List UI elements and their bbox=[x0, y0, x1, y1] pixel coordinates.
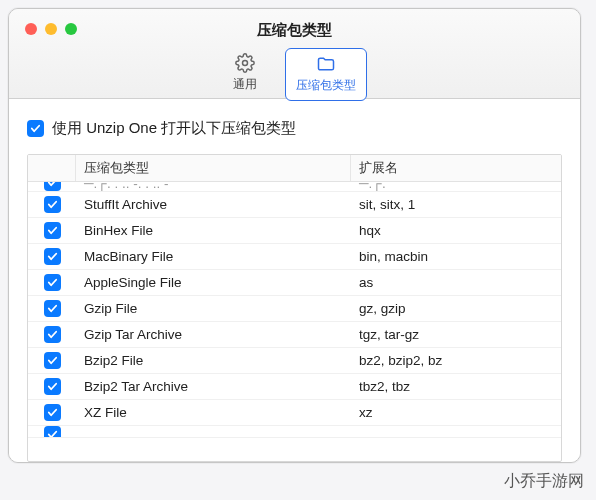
cell-type: StuffIt Archive bbox=[76, 197, 351, 212]
cell-ext: as bbox=[351, 275, 561, 290]
minimize-button[interactable] bbox=[45, 23, 57, 35]
content-pane: 使用 Unzip One 打开以下压缩包类型 压缩包类型 扩展名 ─.┌. . … bbox=[9, 99, 580, 462]
cell-ext: hqx bbox=[351, 223, 561, 238]
toolbar: 通用 压缩包类型 bbox=[9, 48, 580, 101]
checkbox-checked-icon[interactable] bbox=[44, 182, 61, 191]
window-title: 压缩包类型 bbox=[9, 9, 580, 40]
watermark-text: 小乔手游网 bbox=[504, 471, 584, 492]
checkbox-checked-icon[interactable] bbox=[44, 326, 61, 343]
checkbox-checked-icon[interactable] bbox=[44, 378, 61, 395]
table-row[interactable]: BinHex Filehqx bbox=[28, 218, 561, 244]
table-row[interactable]: Gzip Tar Archivetgz, tar-gz bbox=[28, 322, 561, 348]
cell-type: Gzip File bbox=[76, 301, 351, 316]
cell-ext: sit, sitx, 1 bbox=[351, 197, 561, 212]
cell-type: BinHex File bbox=[76, 223, 351, 238]
cell-ext: xz bbox=[351, 405, 561, 420]
table-row[interactable]: StuffIt Archivesit, sitx, 1 bbox=[28, 192, 561, 218]
table-row[interactable]: Bzip2 Filebz2, bzip2, bz bbox=[28, 348, 561, 374]
table-row[interactable]: MacBinary Filebin, macbin bbox=[28, 244, 561, 270]
folder-icon bbox=[315, 53, 337, 75]
cell-ext: bin, macbin bbox=[351, 249, 561, 264]
archive-types-table[interactable]: 压缩包类型 扩展名 ─.┌. . .. -. . .. -─.┌.StuffIt… bbox=[27, 154, 562, 462]
column-header-checkbox[interactable] bbox=[28, 155, 76, 181]
column-header-ext[interactable]: 扩展名 bbox=[351, 155, 561, 181]
checkbox-checked-icon[interactable] bbox=[44, 222, 61, 239]
zoom-button[interactable] bbox=[65, 23, 77, 35]
titlebar: 压缩包类型 通用 压缩包类型 bbox=[9, 9, 580, 99]
table-row[interactable]: Gzip Filegz, gzip bbox=[28, 296, 561, 322]
cell-type: AppleSingle File bbox=[76, 275, 351, 290]
cell-type: Bzip2 File bbox=[76, 353, 351, 368]
cell-ext: ─.┌. bbox=[351, 182, 561, 191]
cell-ext: tbz2, tbz bbox=[351, 379, 561, 394]
checkbox-checked-icon[interactable] bbox=[44, 248, 61, 265]
cell-type: Bzip2 Tar Archive bbox=[76, 379, 351, 394]
master-checkbox-row[interactable]: 使用 Unzip One 打开以下压缩包类型 bbox=[27, 119, 562, 138]
table-header: 压缩包类型 扩展名 bbox=[28, 155, 561, 182]
column-header-type[interactable]: 压缩包类型 bbox=[76, 155, 351, 181]
master-checkbox-label: 使用 Unzip One 打开以下压缩包类型 bbox=[52, 119, 296, 138]
cell-ext: bz2, bzip2, bz bbox=[351, 353, 561, 368]
table-row[interactable]: Bzip2 Tar Archivetbz2, tbz bbox=[28, 374, 561, 400]
cell-ext: tgz, tar-gz bbox=[351, 327, 561, 342]
preferences-window: 压缩包类型 通用 压缩包类型 使用 Unzip One 打开以下压缩包类型 bbox=[8, 8, 581, 463]
svg-point-0 bbox=[242, 61, 247, 66]
traffic-lights bbox=[25, 23, 77, 35]
table-row[interactable]: AppleSingle Fileas bbox=[28, 270, 561, 296]
checkbox-checked-icon[interactable] bbox=[44, 274, 61, 291]
cell-type: ─.┌. . .. -. . .. - bbox=[76, 182, 351, 191]
cell-ext: gz, gzip bbox=[351, 301, 561, 316]
tab-general[interactable]: 通用 bbox=[223, 48, 267, 101]
gear-icon bbox=[234, 52, 256, 74]
checkbox-checked-icon[interactable] bbox=[44, 196, 61, 213]
tab-general-label: 通用 bbox=[233, 76, 257, 93]
table-row-clipped[interactable] bbox=[28, 426, 561, 438]
cell-type: MacBinary File bbox=[76, 249, 351, 264]
checkbox-checked-icon[interactable] bbox=[44, 426, 61, 438]
tab-archive-types-label: 压缩包类型 bbox=[296, 77, 356, 94]
tab-archive-types[interactable]: 压缩包类型 bbox=[285, 48, 367, 101]
cell-type: XZ File bbox=[76, 405, 351, 420]
close-button[interactable] bbox=[25, 23, 37, 35]
table-body[interactable]: ─.┌. . .. -. . .. -─.┌.StuffIt Archivesi… bbox=[28, 182, 561, 438]
checkbox-checked-icon[interactable] bbox=[27, 120, 44, 137]
checkbox-checked-icon[interactable] bbox=[44, 300, 61, 317]
table-row[interactable]: XZ Filexz bbox=[28, 400, 561, 426]
cell-type: Gzip Tar Archive bbox=[76, 327, 351, 342]
table-row-clipped[interactable]: ─.┌. . .. -. . .. -─.┌. bbox=[28, 182, 561, 192]
checkbox-checked-icon[interactable] bbox=[44, 404, 61, 421]
checkbox-checked-icon[interactable] bbox=[44, 352, 61, 369]
